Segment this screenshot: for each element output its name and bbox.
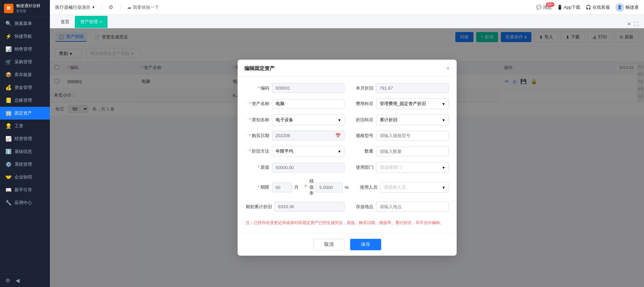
sidebar-item-finance[interactable]: 💰 资金管理 — [0, 81, 50, 94]
purchase-date-picker[interactable]: 202206 📅 — [272, 131, 344, 140]
quantity-input[interactable] — [376, 147, 449, 156]
sidebar-collapse-icon[interactable]: ◀ — [16, 277, 20, 284]
sidebar-nav: 🔍 搜索菜单 ⚡ 快捷导航 📊 销售管理 🛒 采购管理 📦 库存核算 💰 资金管… — [0, 17, 50, 274]
sidebar-label-basic-info: 基础信息 — [14, 149, 32, 155]
app-download-label: App下载 — [564, 4, 580, 10]
sidebar-icon-system: ⚙️ — [5, 161, 12, 167]
sidebar-item-business[interactable]: 📈 经营管理 — [0, 132, 50, 145]
depr-method-arrow: ▾ — [338, 149, 341, 154]
sidebar-settings-icon[interactable]: ⚙ — [5, 277, 10, 284]
depr-account-value: 累计折旧 — [380, 117, 397, 123]
save-btn[interactable]: 保存 — [350, 239, 381, 250]
sidebar-item-search[interactable]: 🔍 搜索菜单 — [0, 17, 50, 30]
field-assignee: 使用人员 请选择人员 ▾ — [354, 182, 448, 193]
modal-row-6: *原值 使用部门 请选择部门 ▾ — [246, 162, 449, 173]
sidebar-icon-ledger: 📒 — [5, 97, 12, 103]
window-expand-btn[interactable]: ⛶ — [634, 21, 639, 27]
tabbar: 首页 资产管理 × ✕ ⛶ — [50, 15, 644, 28]
field-monthly-depr: 本月折旧 — [350, 83, 449, 93]
original-value-input[interactable] — [272, 163, 344, 172]
field-purchase-date: *购买日期 202206 📅 — [246, 131, 344, 140]
location-label: 存放地点 — [350, 204, 373, 210]
assignee-arrow: ▾ — [442, 185, 445, 190]
sidebar-item-inventory[interactable]: 📦 库存核算 — [0, 68, 50, 81]
sidebar-item-fixed-assets[interactable]: 🏢 固定资产 — [0, 107, 50, 120]
opening-depr-input[interactable] — [275, 202, 344, 212]
app-download-btn[interactable]: 📱 App下载 — [557, 4, 580, 10]
notification-icon: 💬 — [536, 5, 542, 10]
sidebar-icon-fixed-assets: 🏢 — [5, 110, 12, 116]
tab-close-icon[interactable]: × — [100, 20, 102, 24]
user-menu[interactable]: 👤 畅捷通 — [615, 3, 639, 12]
depr-method-value: 年限平均 — [276, 148, 293, 154]
modal-close-btn[interactable]: × — [446, 65, 450, 72]
department-select[interactable]: 请选择部门 ▾ — [376, 162, 449, 173]
sidebar-item-app-center[interactable]: 🔧 应用中心 — [0, 196, 50, 209]
sidebar-item-guide[interactable]: 📖 新手引导 — [0, 184, 50, 196]
topbar-cloud-link[interactable]: ☁ 我要体验一下 — [127, 4, 159, 10]
app-version: 普及版 — [16, 9, 40, 13]
sidebar-icon-purchase: 🛒 — [5, 59, 12, 65]
sidebar-header: 财 畅捷通好业财 普及版 — [0, 0, 50, 17]
field-spec: 规格型号 — [350, 131, 449, 140]
sidebar-icon-salary: 👷 — [5, 123, 12, 129]
monthly-depr-label: 本月折旧 — [350, 85, 373, 91]
topbar-divider2 — [120, 4, 120, 11]
modal-header: 编辑固定资产 × — [238, 60, 457, 76]
code-label: *编码 — [246, 85, 269, 91]
sidebar-item-sales[interactable]: 📊 销售管理 — [0, 43, 50, 56]
residual-rate-input[interactable] — [316, 183, 343, 192]
sidebar-label-business: 经营管理 — [14, 136, 32, 142]
support-icon: 🎧 — [586, 5, 591, 10]
assignee-select[interactable]: 请选择人员 ▾ — [380, 182, 448, 193]
sidebar-item-purchase[interactable]: 🛒 采购管理 — [0, 56, 50, 68]
name-input[interactable] — [272, 99, 344, 109]
calendar-icon: 📅 — [335, 133, 341, 138]
topbar: 医疗器械行业演示 ▾ ⚙ ☁ 我要体验一下 💬 消息 99+ 📱 App下载 🎧… — [50, 0, 644, 15]
sidebar-item-system[interactable]: ⚙️ 系统管理 — [0, 158, 50, 171]
cancel-btn[interactable]: 取消 — [313, 239, 345, 250]
period-label: *期限 — [246, 184, 269, 190]
window-close-btn[interactable]: ✕ — [627, 21, 631, 27]
assignee-label: 使用人员 — [354, 184, 377, 190]
company-selector[interactable]: 医疗器械行业演示 ▾ — [55, 4, 95, 10]
modal-row-8: 期初累计折旧 存放地点 — [246, 202, 449, 212]
expense-account-select[interactable]: 管理费用_固定资产折旧 ▾ — [376, 98, 449, 109]
modal-body: *编码 本月折旧 *资产名称 — [238, 76, 457, 233]
sidebar-icon-inventory: 📦 — [5, 72, 12, 78]
app-name: 畅捷通好业财 — [16, 3, 40, 9]
location-input[interactable] — [376, 202, 449, 212]
sidebar-label-inventory: 库存核算 — [14, 72, 32, 78]
sidebar-label-salary: 工资 — [14, 123, 23, 129]
online-support-btn[interactable]: 🎧 在线客服 — [586, 4, 610, 10]
field-name: *资产名称 — [246, 99, 344, 109]
purchase-date-value: 202206 — [276, 133, 290, 138]
residual-required-star: * — [305, 184, 307, 190]
tab-home[interactable]: 首页 — [55, 16, 75, 28]
notification-btn[interactable]: 💬 消息 99+ — [536, 4, 552, 10]
sidebar-label-sales: 销售管理 — [14, 46, 32, 52]
spec-input[interactable] — [376, 131, 449, 140]
sidebar-item-salary[interactable]: 👷 工资 — [0, 120, 50, 132]
topbar-settings-icon[interactable]: ⚙ — [109, 4, 113, 10]
sidebar-item-basic-info[interactable]: ℹ️ 基础信息 — [0, 145, 50, 158]
depr-method-label: *折旧方法 — [246, 148, 269, 154]
quantity-label: 数量 — [350, 148, 373, 154]
depr-method-select[interactable]: 年限平均 ▾ — [272, 146, 344, 157]
company-name: 医疗器械行业演示 — [55, 4, 90, 10]
sidebar-icon-finance: 💰 — [5, 85, 12, 91]
depr-account-select[interactable]: 累计折旧 ▾ — [376, 115, 449, 125]
monthly-depr-input[interactable] — [376, 83, 449, 93]
sidebar-item-collab[interactable]: 🤝 企业协同 — [0, 171, 50, 184]
modal-row-1: *编码 本月折旧 — [246, 83, 449, 93]
sidebar-item-quick-nav[interactable]: ⚡ 快捷导航 — [0, 30, 50, 43]
sidebar-item-ledger[interactable]: 📒 总账管理 — [0, 94, 50, 107]
expense-account-value: 管理费用_固定资产折旧 — [380, 101, 426, 107]
code-input[interactable] — [272, 83, 344, 93]
depr-account-arrow: ▾ — [442, 118, 445, 123]
tab-asset-mgmt[interactable]: 资产管理 × — [75, 16, 108, 28]
expense-account-arrow: ▾ — [442, 101, 445, 106]
period-input[interactable] — [272, 183, 292, 192]
app-logo: 财 — [4, 4, 13, 13]
category-select[interactable]: 电子设备 ▾ — [272, 115, 344, 125]
